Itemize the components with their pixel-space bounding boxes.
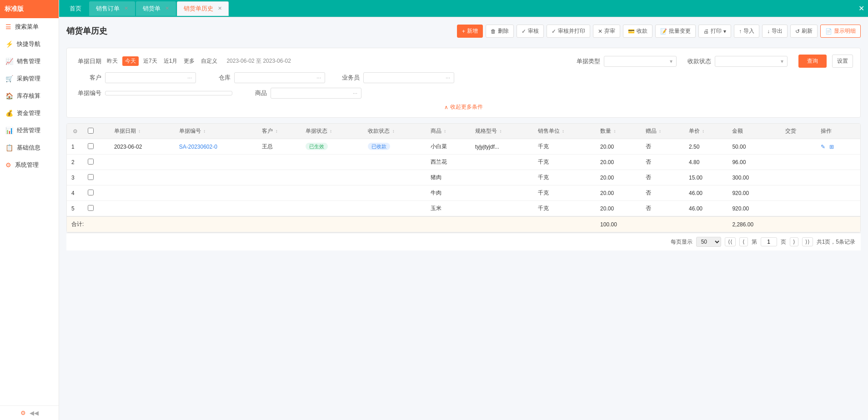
tab-sales-order[interactable]: 销售订单 ✕ [89,1,135,16]
sidebar-item-sys-mgmt[interactable]: ⚙ 系统管理 [0,156,59,174]
sidebar-collapse-icon[interactable]: ◀◀ [30,410,39,416]
customer-input[interactable]: ··· [105,72,196,83]
import-button[interactable]: ↑ 导入 [734,25,759,38]
row-checkbox-3[interactable] [88,174,94,180]
docno-link-1[interactable]: SA-20230602-0 [179,144,217,150]
row-num-2: 2 [67,155,83,170]
row-qty-1: 20.00 [596,139,641,155]
sidebar-item-base-info[interactable]: 📋 基础信息 [0,139,59,156]
warehouse-input[interactable]: ··· [234,72,325,83]
row-amount-4: 920.00 [728,185,781,201]
row-checkbox-2[interactable] [88,159,94,165]
sort-icon-date: ↕ [138,129,140,134]
shortcut-yesterday[interactable]: 昨天 [105,56,120,66]
page-number-input[interactable] [761,237,777,246]
tab-home[interactable]: 首页 [63,1,88,16]
tab-sales-goods[interactable]: 销货单 ✕ [136,1,176,16]
last-page-btn[interactable]: ⟩⟩ [802,237,813,246]
goods-input[interactable]: ··· [271,88,361,99]
refresh-button[interactable]: ↺ 刷新 [790,25,818,38]
row-spec-5 [471,201,533,217]
row-checkbox-4[interactable] [88,190,94,195]
view-btn-1[interactable]: ⊞ [829,144,834,150]
tab-close-sales-order[interactable]: ✕ [124,5,128,11]
row-customer-1: 王总 [257,139,301,155]
row-date-2 [110,155,175,170]
sidebar-settings-icon[interactable]: ⚙ [20,410,26,416]
page-size-select[interactable]: 10 20 50 100 [696,237,721,247]
next-page-btn[interactable]: ⟩ [790,237,798,246]
row-docno-4 [175,185,258,201]
footer-trade-action [781,216,860,232]
shortcut-7days[interactable]: 近7天 [141,56,159,66]
page-size-label: 每页显示 [671,238,692,246]
filter-query-btns: 查询 设置 [798,55,853,68]
collapse-button[interactable]: ∧ 收起更多条件 [74,103,853,111]
settings-button[interactable]: 设置 [832,55,853,68]
batch-change-button[interactable]: 📝 批量变更 [655,25,696,38]
row-goods-2: 西兰花 [426,155,471,170]
payment-status-label: 收款状态 [684,57,711,65]
sidebar-item-finance-mgmt[interactable]: 💰 资金管理 [0,105,59,122]
doctype-select[interactable]: ▾ [604,56,677,67]
sidebar-item-ops-mgmt[interactable]: 📊 经营管理 [0,122,59,139]
doctype-label: 单据类型 [573,57,600,65]
query-button[interactable]: 查询 [798,55,827,68]
goods-dots-icon: ··· [353,90,357,96]
tab-bar: 首页 销售订单 ✕ 销货单 ✕ 销货单历史 ✕ ✕ [59,0,868,17]
filter-goods-item: 商品 ··· [240,88,361,99]
shortcut-1month[interactable]: 近1月 [162,56,180,66]
sort-icon-docstatus: ↕ [330,129,332,134]
export-button[interactable]: ↓ 导出 [762,25,788,38]
abandon-button[interactable]: ✕ 弃审 [593,25,620,38]
tab-close-sales-history[interactable]: ✕ [218,5,222,11]
collect-button[interactable]: 💳 收款 [623,25,652,38]
refresh-icon: ↺ [795,28,800,35]
filter-row-2: 客户 ··· 仓库 ··· 业务员 [74,72,853,83]
tab-sales-history[interactable]: 销货单历史 ✕ [177,1,229,16]
sidebar-item-search-menu[interactable]: ☰ 搜索菜单 [0,18,59,35]
delete-button[interactable]: 🗑 删除 [486,25,514,38]
shortcut-today[interactable]: 今天 [122,56,139,66]
prev-page-btn[interactable]: ⟨ [739,237,748,246]
sidebar-item-stock-calc[interactable]: 🏠 库存核算 [0,87,59,105]
purchase-icon: 🛒 [5,75,13,82]
add-button[interactable]: + 新增 [457,25,483,38]
row-qty-2: 20.00 [596,155,641,170]
col-doc-no: 单据编号 ↕ [175,124,258,139]
shortcut-custom[interactable]: 自定义 [199,56,219,66]
row-checkbox-1[interactable] [88,143,94,149]
row-qty-4: 20.00 [596,185,641,201]
select-all-checkbox[interactable] [88,128,94,134]
sidebar-bottom: ⚙ ◀◀ [0,405,59,420]
window-close-btn[interactable]: ✕ [858,4,864,13]
sort-icon-unit: ↕ [562,129,564,134]
shortcut-more[interactable]: 更多 [182,56,196,66]
table-row: 5 玉米 千克 20.00 否 46.00 920.00 [67,201,860,217]
tab-close-sales-goods[interactable]: ✕ [165,5,169,11]
row-trade-1 [781,139,816,155]
col-settings[interactable]: ⚙ [67,124,83,139]
docstatus-badge-1: 已生效 [306,143,328,150]
sidebar-item-quick-nav[interactable]: ⚡ 快捷导航 [0,35,59,53]
first-page-btn[interactable]: ⟨⟨ [725,237,736,246]
row-payment-1: 已收款 [363,139,426,155]
show-detail-button[interactable]: 📄 显示明细 [820,25,861,38]
docno-input[interactable] [105,91,232,95]
print-button[interactable]: 🖨 打印 ▾ [698,25,731,38]
row-docno-2 [175,155,258,170]
row-num-5: 5 [67,201,83,217]
filter-warehouse-item: 仓库 ··· [203,72,325,83]
sidebar-item-sales-mgmt[interactable]: 📈 销售管理 [0,53,59,70]
sidebar-item-purchase-mgmt[interactable]: 🛒 采购管理 [0,70,59,87]
audit-print-button[interactable]: ✓ 审核并打印 [547,25,590,38]
salesperson-input[interactable]: ··· [363,72,454,83]
col-customer: 客户 ↕ [257,124,301,139]
row-unit-4: 千克 [533,185,596,201]
stock-icon: 🏠 [5,92,13,100]
payment-status-select[interactable]: ▾ [715,56,788,67]
edit-btn-1[interactable]: ✎ [821,144,825,150]
row-checkbox-5[interactable] [88,205,94,211]
row-trade-4 [781,185,816,201]
audit-button[interactable]: ✓ 审核 [517,25,544,38]
